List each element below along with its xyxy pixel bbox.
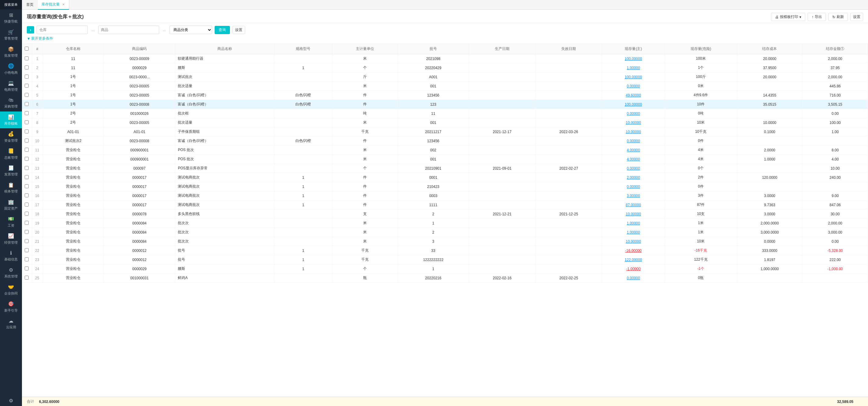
settings-button[interactable]: 设置	[850, 13, 863, 21]
sidebar-item-mini-ecom[interactable]: 🌐 小艳电商	[0, 60, 22, 77]
sidebar-item-purchase[interactable]: 🛍 采购管理	[0, 94, 22, 111]
row-qty-main[interactable]: 1.00000	[602, 219, 665, 228]
row-qty-main[interactable]: 2.00000	[602, 173, 665, 182]
sidebar-item-wholesale[interactable]: 📦 批发管理	[0, 43, 22, 61]
row-checkbox[interactable]	[25, 148, 29, 152]
row-qty-main[interactable]: 4.00000	[602, 155, 665, 164]
row-batch: 0001	[398, 173, 469, 182]
sidebar-item-retail[interactable]: 🛒 零售管理	[0, 27, 22, 43]
sidebar-item-invoice[interactable]: 🧾 发票管理	[0, 162, 22, 179]
sidebar-item-inventory[interactable]: 📊 库存核账	[0, 111, 22, 129]
sidebar-item-general[interactable]: 📒 总账管理	[0, 145, 22, 162]
filter-settings-button[interactable]: 设置	[232, 26, 245, 34]
row-num: 7	[32, 109, 43, 118]
row-qty-main[interactable]: -16.00000	[602, 246, 665, 255]
expand-conditions-btn[interactable]: ▼ 展开更多条件	[27, 36, 863, 41]
row-checkbox[interactable]	[25, 267, 29, 270]
sidebar-item-finance[interactable]: 💰 资金管理	[0, 128, 22, 145]
row-name: 富诚（白色/闪橙）	[175, 136, 274, 145]
row-qty-main[interactable]: 100.00000	[602, 54, 665, 63]
row-qty-main[interactable]: 10.00000	[602, 127, 665, 136]
sidebar-item-base-info[interactable]: ℹ 基础信息	[0, 247, 22, 264]
row-checkbox[interactable]	[25, 257, 29, 261]
row-checkbox[interactable]	[25, 166, 29, 170]
row-qty-main[interactable]: 0.00000	[602, 164, 665, 173]
sidebar: 搜索菜单 ⊞ 快捷导航 🛒 零售管理 📦 批发管理 🌐 小艳电商 💻 电商管理 …	[0, 0, 22, 406]
row-qty-main[interactable]: 100.00000	[602, 100, 665, 109]
row-qty-main[interactable]: 1.00000	[602, 63, 665, 72]
goods-input[interactable]	[98, 26, 159, 34]
sidebar-item-fixed-assets[interactable]: 🏢 固定资产	[0, 197, 22, 213]
sidebar-item-ecom[interactable]: 💻 电商管理	[0, 77, 22, 94]
row-checkbox[interactable]	[25, 93, 29, 97]
row-checkbox[interactable]	[25, 157, 29, 161]
row-qty-main[interactable]: 122.00000	[602, 255, 665, 264]
row-checkbox[interactable]	[25, 102, 29, 106]
table-row: 18 营业粒仓 0000078 多头黑色软线 支 2 2021-12-21 20…	[22, 209, 868, 219]
row-qty-main[interactable]: 4.00000	[602, 145, 665, 155]
row-checkbox[interactable]	[25, 203, 29, 206]
row-exp-date: 2021-12-25	[535, 209, 602, 219]
refresh-button[interactable]: ↻ 刷新	[828, 13, 848, 21]
row-qty-main[interactable]: 49.60000	[602, 91, 665, 100]
warehouse-input[interactable]	[37, 26, 88, 34]
row-checkbox[interactable]	[25, 276, 29, 280]
row-qty-main[interactable]: 0.00000	[602, 81, 665, 91]
row-qty-main[interactable]: -1.00000	[602, 264, 665, 273]
row-checkbox[interactable]	[25, 120, 29, 124]
row-qty-main[interactable]: 1.00000	[602, 228, 665, 237]
export-button[interactable]: ↑ 导出	[808, 13, 826, 21]
sidebar-item-payroll[interactable]: 💵 工资	[0, 213, 22, 230]
sidebar-item-tax[interactable]: 📋 税务管理	[0, 179, 22, 197]
row-checkbox[interactable]	[25, 239, 29, 243]
filter-collapse-btn[interactable]: ›	[27, 26, 34, 34]
row-checkbox[interactable]	[25, 194, 29, 197]
row-checkbox[interactable]	[25, 75, 29, 78]
row-name: 富诚（白色/闪橙）	[175, 91, 274, 100]
row-qty-main[interactable]: 0.00000	[602, 182, 665, 191]
warehouse-ellipsis[interactable]: ...	[90, 28, 96, 32]
category-select[interactable]: 商品分类	[169, 26, 212, 34]
search-button[interactable]: 查询	[215, 26, 230, 34]
sidebar-item-ops[interactable]: 📈 经营管理	[0, 230, 22, 247]
print-button[interactable]: 🖨 按模板打印 ▾	[771, 13, 805, 21]
select-all-checkbox[interactable]	[25, 46, 29, 50]
row-qty-main[interactable]: 10.00000	[602, 237, 665, 246]
row-checkbox[interactable]	[25, 66, 29, 69]
row-qty-main[interactable]: 10.00000	[602, 118, 665, 127]
row-exp-date	[535, 246, 602, 255]
row-checkbox[interactable]	[25, 111, 29, 115]
sidebar-item-quick-nav[interactable]: ⊞ 快捷导航	[0, 9, 22, 27]
sidebar-settings-icon[interactable]: ⚙	[0, 395, 22, 406]
sidebar-search[interactable]: 搜索菜单	[0, 0, 22, 9]
row-checkbox[interactable]	[25, 56, 29, 60]
row-checkbox[interactable]	[25, 212, 29, 216]
sidebar-item-guide[interactable]: 🎯 新手引导	[0, 298, 22, 315]
row-prod-date	[469, 173, 535, 182]
goods-ellipsis[interactable]: ...	[162, 28, 167, 32]
row-checkbox[interactable]	[25, 175, 29, 179]
row-name: 子件保质期组	[175, 127, 274, 136]
row-checkbox[interactable]	[25, 130, 29, 133]
row-checkbox[interactable]	[25, 184, 29, 188]
row-checkbox[interactable]	[25, 230, 29, 234]
tab-inventory-batch[interactable]: 库存批次量 ✕	[38, 0, 69, 10]
row-exp-date	[535, 237, 602, 246]
row-qty-main[interactable]: 100.00000	[602, 72, 665, 81]
sidebar-item-cloud[interactable]: ☁ 云应用	[0, 315, 22, 332]
row-qty-main[interactable]: 10.00000	[602, 209, 665, 219]
sidebar-item-collab[interactable]: 🤝 企业协同	[0, 281, 22, 299]
tab-home[interactable]: 首页	[22, 2, 38, 7]
row-checkbox[interactable]	[25, 221, 29, 225]
refresh-icon: ↻	[832, 15, 835, 19]
sidebar-item-sys[interactable]: ⚙ 系统管理	[0, 264, 22, 281]
row-qty-main[interactable]: 0.00000	[602, 136, 665, 145]
row-checkbox[interactable]	[25, 248, 29, 252]
row-qty-main[interactable]: 0.00000	[602, 109, 665, 118]
row-qty-main[interactable]: 3.00000	[602, 191, 665, 200]
row-qty-main[interactable]: 87.00000	[602, 200, 665, 209]
tab-close-icon[interactable]: ✕	[62, 3, 65, 6]
row-checkbox[interactable]	[25, 139, 29, 142]
row-qty-main[interactable]: 0.00000	[602, 273, 665, 283]
row-checkbox[interactable]	[25, 84, 29, 88]
